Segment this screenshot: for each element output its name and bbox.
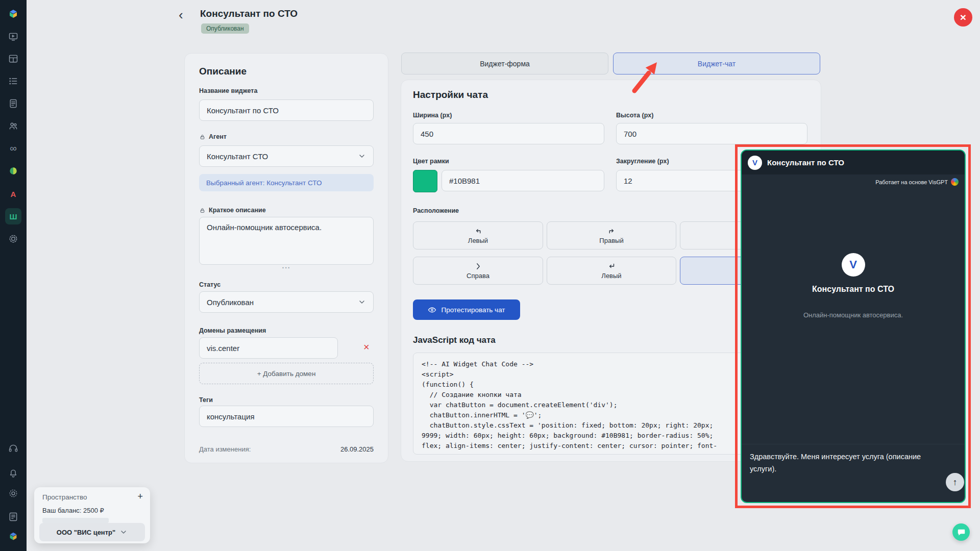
- turn-left-icon: [474, 227, 483, 236]
- chat-logo-icon: V: [748, 156, 762, 170]
- sidebar-item-agents[interactable]: A: [8, 189, 18, 199]
- sidebar-item-monitor[interactable]: [8, 32, 18, 42]
- remove-domain-button[interactable]: ×: [363, 341, 370, 353]
- width-input[interactable]: [413, 123, 604, 144]
- sidebar-item-users[interactable]: [8, 121, 18, 131]
- eye-icon: [428, 306, 436, 314]
- balance-text: Ваш баланс: 2500 ₽: [42, 507, 104, 514]
- logo-cube-small-icon: [8, 531, 19, 542]
- chat-center-logo-icon: V: [842, 253, 865, 277]
- width-label: Ширина (px): [413, 112, 452, 119]
- position-left-bottom-button[interactable]: Левый: [547, 257, 676, 285]
- sidebar-item-widgets-active[interactable]: Ш: [5, 208, 21, 224]
- sphere-icon: [8, 166, 18, 176]
- chat-settings-title: Настройки чата: [413, 89, 488, 101]
- sun-icon: [8, 488, 18, 498]
- frame-color-label: Цвет рамки: [413, 158, 449, 165]
- chevron-right-icon: [474, 262, 483, 271]
- add-domain-button[interactable]: + Добавить домен: [199, 363, 374, 384]
- selected-agent-info: Выбранный агент: Консультант СТО: [199, 174, 374, 191]
- description-panel: Описание Название виджета Агент Консульт…: [184, 53, 388, 463]
- sidebar-item-docs[interactable]: [8, 512, 18, 522]
- domain-input[interactable]: [199, 337, 338, 359]
- sidebar-item-notifications[interactable]: [8, 468, 18, 479]
- resize-handle[interactable]: ···: [185, 266, 388, 270]
- description-title: Описание: [199, 66, 247, 77]
- status-label: Статус: [199, 281, 220, 288]
- turn-right-icon: [607, 227, 616, 236]
- letter-a-icon: A: [11, 190, 16, 198]
- position-label: Расположение: [413, 207, 459, 214]
- app-window: ∞ A Ш ‹ Консульта: [0, 0, 980, 551]
- sidebar-item-integrations[interactable]: ∞: [8, 143, 18, 154]
- page-title: Консультант по СТО: [200, 8, 298, 19]
- app-logo-icon[interactable]: [7, 8, 20, 21]
- return-icon: [607, 262, 616, 271]
- chat-center-logo: V: [742, 253, 965, 277]
- test-chat-button[interactable]: Протестировать чат: [413, 299, 520, 320]
- chat-center-title: Консультант по СТО: [742, 285, 965, 294]
- chat-header-title: Консультант по СТО: [767, 158, 844, 167]
- sidebar: ∞ A Ш: [0, 0, 27, 551]
- sidebar-item-lists[interactable]: [8, 76, 18, 86]
- date-modified-label: Дата изменения:: [199, 445, 251, 453]
- add-space-button[interactable]: +: [137, 491, 143, 502]
- js-code-title: JavaScript код чата: [413, 335, 496, 345]
- widget-name-input[interactable]: [199, 99, 374, 121]
- widget-name-label: Название виджета: [199, 87, 257, 94]
- organization-select[interactable]: ООО "ВИС центр": [39, 523, 145, 541]
- chat-input-area: Здравствуйте. Меня интересует услуга (оп…: [742, 444, 965, 502]
- tags-input[interactable]: [199, 406, 374, 427]
- space-popup-title: Пространство: [42, 493, 87, 501]
- tab-widget-form[interactable]: Виджет-форма: [401, 53, 608, 74]
- gear-icon: [8, 234, 18, 244]
- sidebar-item-sphere[interactable]: [8, 166, 18, 176]
- short-description-textarea[interactable]: Онлайн-помощник автосервиса.: [199, 217, 374, 265]
- monitor-icon: [8, 32, 18, 42]
- faded-row: [42, 518, 109, 523]
- back-button[interactable]: ‹: [179, 8, 183, 21]
- sidebar-item-support[interactable]: [8, 443, 18, 454]
- chat-bubble-button[interactable]: [952, 523, 970, 541]
- note-icon: [8, 512, 18, 522]
- lock-icon: [199, 207, 206, 214]
- position-left-top-button[interactable]: Левый: [413, 221, 543, 249]
- agent-label: Агент: [199, 133, 227, 140]
- chat-message-input[interactable]: Здравствуйте. Меня интересует услуга (оп…: [750, 450, 939, 475]
- height-input[interactable]: [616, 123, 807, 144]
- tab-widget-chat[interactable]: Виджет-чат: [613, 53, 820, 74]
- infinity-icon: ∞: [10, 143, 17, 154]
- visgpt-icon: [951, 178, 959, 186]
- send-button[interactable]: ↑: [946, 473, 964, 491]
- table-icon: [8, 54, 18, 64]
- height-label: Высота (px): [616, 112, 653, 119]
- document-stack-icon: [8, 98, 18, 109]
- letter-sh-icon: Ш: [9, 212, 17, 221]
- list-icon: [8, 76, 18, 86]
- position-right-top-button[interactable]: Правый: [547, 221, 676, 249]
- agent-select[interactable]: Консультант СТО: [199, 145, 374, 167]
- chevron-down-icon: [358, 298, 366, 306]
- chat-center-subtitle: Онлайн-помощник автосервиса.: [742, 311, 965, 319]
- frame-color-input[interactable]: [442, 170, 604, 191]
- logo-cube-icon: [7, 8, 19, 20]
- chat-bubble-icon: [957, 528, 966, 537]
- frame-color-swatch[interactable]: [413, 170, 437, 192]
- space-popup: Пространство + Ваш баланс: 2500 ₽ ООО "В…: [34, 487, 150, 543]
- chat-header: V Консультант по СТО: [742, 151, 965, 174]
- chat-widget-preview: V Консультант по СТО Работает на основе …: [741, 149, 966, 503]
- short-description-label: Краткое описание: [199, 207, 266, 214]
- position-from-right-button[interactable]: Справа: [413, 257, 543, 285]
- sidebar-item-documents[interactable]: [8, 98, 18, 109]
- powered-by: Работает на основе VisGPT: [875, 178, 959, 186]
- sidebar-item-theme[interactable]: [8, 488, 18, 498]
- date-modified-value: 26.09.2025: [340, 445, 374, 453]
- status-badge: Опубликован: [201, 23, 249, 34]
- status-select[interactable]: Опубликован: [199, 291, 374, 313]
- close-button[interactable]: ×: [954, 8, 972, 27]
- sidebar-logo-bottom[interactable]: [7, 531, 19, 543]
- sidebar-item-tables[interactable]: [8, 54, 18, 64]
- sidebar-item-settings[interactable]: [8, 234, 18, 244]
- tags-label: Теги: [199, 396, 213, 404]
- radius-label: Закругление (px): [616, 158, 669, 165]
